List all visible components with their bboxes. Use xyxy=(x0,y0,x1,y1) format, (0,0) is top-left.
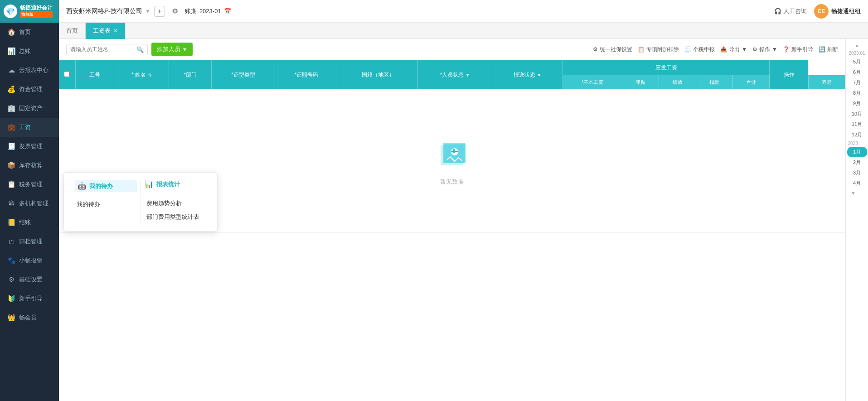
timeline-month[interactable]: 5月 xyxy=(847,57,867,67)
guide-button[interactable]: ❓ 新手引导 xyxy=(783,46,813,53)
special-deduction-icon: 📋 xyxy=(638,46,645,53)
sidebar-label: 库存核算 xyxy=(19,161,43,169)
popup-reports-title[interactable]: 📊 报表统计 xyxy=(145,180,206,191)
refresh-button[interactable]: 🔄 刷新 xyxy=(819,46,838,53)
timeline-month-2023[interactable]: 2月 xyxy=(847,157,867,168)
sidebar-item-总账[interactable]: 📊总账 xyxy=(0,42,59,61)
timeline-up-nav[interactable]: ▲ xyxy=(851,41,863,50)
operations-dropdown-icon: ▼ xyxy=(772,46,777,53)
user-menu[interactable]: CE 畅捷通组组 xyxy=(814,4,861,19)
special-deduction-button[interactable]: 📋 专项附加扣除 xyxy=(638,46,679,53)
sidebar-item-首页[interactable]: 🏠首页 xyxy=(0,23,59,42)
settings-icon[interactable]: ⚙ xyxy=(169,5,181,18)
operations-icon: ⚙ xyxy=(752,46,757,53)
col-id-number: *证照号码 xyxy=(275,60,338,89)
sidebar-icon: 📦 xyxy=(7,161,15,169)
sidebar-item-发票管理[interactable]: 🧾发票管理 xyxy=(0,137,59,156)
sidebar-icon: 📋 xyxy=(7,180,15,188)
empty-icon xyxy=(434,136,470,172)
sidebar-item-固定资产[interactable]: 🏢固定资产 xyxy=(0,99,59,118)
sidebar-label: 畅会员 xyxy=(19,314,37,322)
col-performance: 绩效 xyxy=(659,75,696,89)
empty-text: 暂无数据 xyxy=(440,178,464,186)
timeline-down-nav[interactable]: ▼ xyxy=(847,188,860,198)
sidebar-label: 总账 xyxy=(19,47,31,55)
social-security-label: 统一社保设置 xyxy=(600,46,632,53)
reports-icon: 📊 xyxy=(145,180,154,188)
sidebar-item-云报表中心[interactable]: ☁云报表中心 xyxy=(0,61,59,80)
sidebar-item-资金管理[interactable]: 💰资金管理 xyxy=(0,80,59,99)
period-selector[interactable]: 账期 2023-01 📅 xyxy=(185,7,231,15)
export-button[interactable]: 📤 导出 ▼ xyxy=(720,46,747,53)
select-all-checkbox[interactable] xyxy=(64,71,70,77)
col-deduction: 扣款 xyxy=(696,75,732,89)
sidebar-item-归档管理[interactable]: 🗂归档管理 xyxy=(0,232,59,251)
popup-menu: 🤖 我的待办 我的待办 📊 报表统计 费用趋势分析 部门费用类型统计表 xyxy=(63,172,218,232)
sidebar-label: 归档管理 xyxy=(19,237,43,246)
sidebar-item-多机构管理[interactable]: 🏛多机构管理 xyxy=(0,194,59,213)
popup-report-dept[interactable]: 部门费用类型统计表 xyxy=(145,210,206,224)
timeline-month[interactable]: 8月 xyxy=(847,88,867,98)
social-security-button[interactable]: ⚙ 统一社保设置 xyxy=(593,46,632,53)
timeline-month-2023[interactable]: 1月 xyxy=(847,147,867,157)
sidebar-icon: 🧾 xyxy=(7,142,15,150)
sidebar-item-结账[interactable]: 📒结账 xyxy=(0,213,59,232)
sidebar-icon: 🏢 xyxy=(7,104,15,112)
sidebar-label: 首页 xyxy=(19,28,31,36)
service-button[interactable]: 🎧 人工咨询 xyxy=(774,7,807,15)
popup-todo-title[interactable]: 🤖 我的待办 xyxy=(75,180,137,192)
add-person-label: 添加人员 xyxy=(157,45,180,53)
sidebar-item-畅会员[interactable]: 👑畅会员 xyxy=(0,308,59,327)
timeline-panel: ▲ 2023.01 5月6月7月8月9月10月11月12月20231月2月3月4… xyxy=(845,39,868,401)
guide-label: 新手引导 xyxy=(791,46,813,53)
sidebar-label: 税务管理 xyxy=(19,180,43,188)
content-toolbar: 🔍 添加人员 ▼ ⚙ 统一社保设置 📋 专项附加扣除 xyxy=(59,39,845,60)
search-box[interactable]: 🔍 xyxy=(66,44,148,55)
timeline-month[interactable]: 7月 xyxy=(847,77,867,88)
todo-icon: 🤖 xyxy=(78,182,87,190)
sidebar-item-新手引导[interactable]: 🔰新手引导 xyxy=(0,289,59,308)
search-icon: 🔍 xyxy=(136,46,144,53)
sidebar-item-工资[interactable]: 💼工资 xyxy=(0,118,59,137)
tab-home[interactable]: 首页 xyxy=(59,23,86,39)
sidebar-item-基础设置[interactable]: ⚙基础设置 xyxy=(0,270,59,289)
timeline-month-2023[interactable]: 3月 xyxy=(847,168,867,178)
popup-report-trend[interactable]: 费用趋势分析 xyxy=(145,197,206,210)
sidebar-icon: 🔰 xyxy=(7,295,15,303)
sidebar-icon: 🏠 xyxy=(7,28,15,36)
col-id: 工号 xyxy=(75,60,114,89)
tax-report-icon: 🧾 xyxy=(684,46,691,53)
sidebar-icon: 👑 xyxy=(7,314,15,322)
search-input[interactable] xyxy=(70,46,134,53)
sidebar-label: 结账 xyxy=(19,218,31,227)
add-company-button[interactable]: + xyxy=(154,6,165,17)
tab-close-icon[interactable]: ✕ xyxy=(113,28,118,34)
sidebar-label: 多机构管理 xyxy=(19,199,48,208)
tab-salary[interactable]: 工资表 ✕ xyxy=(86,23,126,39)
avatar: CE xyxy=(814,4,829,19)
tax-report-button[interactable]: 🧾 个税申报 xyxy=(684,46,715,53)
col-status: *人员状态 ▼ xyxy=(417,60,492,89)
popup-section-todo: 🤖 我的待办 我的待办 xyxy=(71,180,141,224)
operations-button[interactable]: ⚙ 操作 ▼ xyxy=(752,46,777,53)
export-dropdown-icon: ▼ xyxy=(742,46,747,53)
timeline-month[interactable]: 10月 xyxy=(847,109,867,119)
col-base-salary: *基本工资 xyxy=(563,75,622,89)
sidebar-label: 固定资产 xyxy=(19,104,43,112)
sidebar-item-库存核算[interactable]: 📦库存核算 xyxy=(0,156,59,175)
sidebar-icon: 🗂 xyxy=(7,238,15,246)
timeline-month[interactable]: 6月 xyxy=(847,67,867,77)
company-selector[interactable]: 西安虾米网络科技有限公司 ▼ xyxy=(66,7,150,15)
sidebar-item-税务管理[interactable]: 📋税务管理 xyxy=(0,175,59,194)
timeline-month[interactable]: 12月 xyxy=(847,130,867,140)
timeline-month-2023[interactable]: 4月 xyxy=(847,178,867,188)
popup-todo-item[interactable]: 我的待办 xyxy=(75,198,137,211)
sidebar-item-小畅报销[interactable]: 🐾小畅报销 xyxy=(0,251,59,270)
timeline-month[interactable]: 11月 xyxy=(847,119,867,130)
export-icon: 📤 xyxy=(720,46,727,53)
timeline-month[interactable]: 9月 xyxy=(847,98,867,109)
refresh-icon: 🔄 xyxy=(819,46,825,53)
add-person-button[interactable]: 添加人员 ▼ xyxy=(151,43,193,56)
logo-title: 畅捷通好会计 xyxy=(20,5,53,11)
popup-todo-label: 我的待办 xyxy=(89,182,113,190)
